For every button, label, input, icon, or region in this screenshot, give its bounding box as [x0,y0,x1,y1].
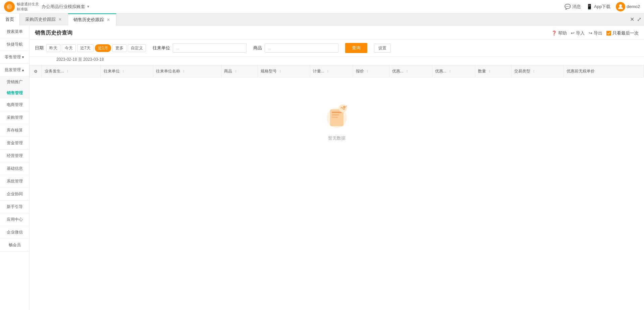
sidebar-item-retail[interactable]: 零售管理 ▼ [0,51,29,64]
avatar [616,2,625,11]
tab-purchase-history[interactable]: 采购历史价跟踪 ✕ [20,13,68,25]
sidebar-item-apps[interactable]: 应用中心 [0,213,29,226]
col-product[interactable]: 商品 ↕ [221,65,258,78]
svg-point-9 [343,106,345,108]
tab-sales-close[interactable]: ✕ [106,17,111,22]
tab-sales-history[interactable]: 销售历史价跟踪 ✕ [68,13,116,25]
date-buttons: 昨天 今天 近7天 近1月 更多 自定义 [46,44,146,52]
svg-point-2 [619,4,622,7]
col-counterpart-name[interactable]: 往来单位名称 ↕ [153,65,221,78]
empty-state: 暂无数据 [30,78,644,161]
top-bar-right: 💬 消息 📱 App下载 demo2 [565,2,640,11]
empty-illustration [320,98,354,131]
col-counterpart[interactable]: 往来单位 ↕ [101,65,153,78]
help-button[interactable]: ❓ 帮助 [551,30,567,36]
empty-text: 暂无数据 [328,135,345,141]
message-icon: 💬 [565,4,571,10]
sidebar-item-enterprise[interactable]: 企业协同 [0,188,29,201]
date-filter-group: 日期 昨天 今天 近7天 近1月 更多 自定义 [35,44,146,52]
counterpart-label: 往来单位 [153,45,170,51]
col-spec[interactable]: 规格型号 ↕ [258,65,310,78]
date-btn-1month[interactable]: 近1月 [95,44,111,52]
date-range-display: 2023-02-18 至 2023-03-18 [30,57,644,65]
date-label: 日期 [35,45,44,51]
sidebar-item-member[interactable]: 畅会员 [0,239,29,252]
date-btn-today[interactable]: 今天 [62,44,76,52]
sidebar-sub-marketing[interactable]: 营销推广 [0,76,29,88]
date-btn-more[interactable]: 更多 [112,44,126,52]
col-qty[interactable]: 数量 ↕ [475,65,511,78]
table-header-row: ⚙ 业务发生... ↕ 往来单位 ↕ 往来单位名称 ↕ 商品 ↕ 规格型号 ↕ … [30,65,644,78]
tab-purchase-close[interactable]: ✕ [58,17,62,22]
sidebar-item-purchase[interactable]: 采购管理 [0,111,29,124]
col-unit[interactable]: 计量... ↕ [310,65,353,78]
product-placeholder: ... [268,46,271,50]
tab-extra: ✕ ⤢ [630,16,644,22]
breadcrumb-area: 办公用品行业模拟账套 ▼ [42,4,90,10]
logo-area: 6 畅捷通好生意 标准版 [4,1,39,12]
help-icon: ❓ [551,31,557,36]
main-layout: 搜索菜单 快捷导航 零售管理 ▼ 批发管理 ▲ 营销推广 销售管理 电商管理 采… [0,25,644,310]
date-btn-custom[interactable]: 自定义 [128,44,146,52]
col-trade-type[interactable]: 交易类型 ↕ [512,65,564,78]
filter-area: 日期 昨天 今天 近7天 近1月 更多 自定义 往来单位 ... 商品 [30,40,644,57]
tab-sales-label: 销售历史价跟踪 [73,17,104,23]
query-button[interactable]: 查询 [345,43,367,53]
tab-home[interactable]: 首页 [0,13,20,25]
export-button[interactable]: ↪ 导出 [589,30,602,36]
date-btn-7days[interactable]: 近7天 [77,44,94,52]
col-pretax-price[interactable]: 优惠前无税单价 [564,65,644,78]
top-bar: 6 畅捷通好生意 标准版 办公用品行业模拟账套 ▼ 💬 消息 📱 App下载 d… [0,0,644,13]
sidebar-item-basic-info[interactable]: 基础信息 [0,162,29,175]
sidebar-item-wechat[interactable]: 企业微信 [0,226,29,239]
settings-button[interactable]: 设置 [374,44,391,53]
col-price[interactable]: 报价 ↕ [353,65,389,78]
sidebar-item-guide[interactable]: 新手引导 [0,201,29,213]
sidebar-item-finance[interactable]: 资金管理 [0,137,29,150]
sidebar-item-quick-nav[interactable]: 快捷导航 [0,38,29,51]
sidebar-item-wholesale[interactable]: 批发管理 ▲ [0,64,29,76]
top-bar-left: 6 畅捷通好生意 标准版 办公用品行业模拟账套 ▼ [4,1,90,12]
col-gear[interactable]: ⚙ [30,65,42,78]
svg-rect-6 [332,114,339,115]
sidebar-item-search[interactable]: 搜索菜单 [0,25,29,38]
col-discount1[interactable]: 优惠... ↕ [389,65,432,78]
tab-maximize-button[interactable]: ⤢ [637,16,641,22]
col-biz-date[interactable]: 业务发生... ↕ [42,65,101,78]
app-download-button[interactable]: 📱 App下载 [586,4,610,10]
tab-close-all-button[interactable]: ✕ [630,16,634,22]
product-input[interactable]: ... [265,43,338,53]
import-button[interactable]: ↩ 导入 [571,30,585,36]
counterpart-placeholder: ... [176,46,179,50]
sidebar-item-system[interactable]: 系统管理 [0,175,29,188]
import-icon: ↩ [571,31,575,36]
message-button[interactable]: 💬 消息 [565,4,581,10]
counterpart-filter-group: 往来单位 ... [153,43,247,53]
user-menu-button[interactable]: demo2 [616,2,640,11]
logo-icon: 6 [4,1,15,12]
logo-text: 畅捷通好生意 标准版 [17,2,39,11]
page-actions: ❓ 帮助 ↩ 导入 ↪ 导出 只看最后一次 [551,30,639,36]
col-discount2[interactable]: 优惠... ↕ [432,65,475,78]
product-selector-label[interactable]: 办公用品行业模拟账套 [42,4,85,10]
sidebar: 搜索菜单 快捷导航 零售管理 ▼ 批发管理 ▲ 营销推广 销售管理 电商管理 采… [0,25,30,310]
sidebar-sub-sales[interactable]: 销售管理 [0,88,29,99]
wholesale-arrow-icon: ▲ [21,68,25,72]
only-last-checkbox[interactable]: 只看最后一次 [606,30,639,36]
sidebar-item-management[interactable]: 经营管理 [0,150,29,162]
content-area: 销售历史价查询 ❓ 帮助 ↩ 导入 ↪ 导出 只看 [30,25,644,310]
svg-rect-7 [332,117,338,118]
product-label: 商品 [253,45,262,51]
date-btn-yesterday[interactable]: 昨天 [46,44,60,52]
tab-purchase-label: 采购历史价跟踪 [25,16,56,22]
tab-home-label: 首页 [5,16,14,22]
counterpart-input[interactable]: ... [173,43,247,53]
product-selector-arrow[interactable]: ▼ [87,5,90,8]
page-title: 销售历史价查询 [35,30,72,37]
sidebar-item-inventory[interactable]: 库存核算 [0,124,29,137]
sidebar-item-ecommerce[interactable]: 电商管理 [0,99,29,111]
svg-rect-5 [332,112,342,113]
phone-icon: 📱 [586,4,593,10]
svg-text:6: 6 [7,5,9,9]
product-filter-group: 商品 ... [253,43,338,53]
